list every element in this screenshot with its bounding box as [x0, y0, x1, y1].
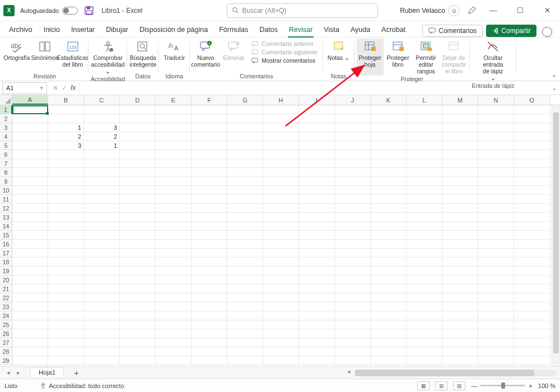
horizontal-scrollbar[interactable] — [355, 370, 557, 376]
cell[interactable] — [84, 302, 120, 311]
cell[interactable] — [371, 132, 407, 141]
cell[interactable] — [120, 302, 156, 311]
cell[interactable] — [371, 177, 407, 186]
cell[interactable] — [48, 168, 84, 177]
cell[interactable] — [192, 338, 227, 347]
cell[interactable] — [407, 284, 442, 293]
cell[interactable] — [371, 302, 407, 311]
cell[interactable] — [442, 159, 478, 168]
cell[interactable] — [478, 222, 514, 231]
cell[interactable] — [156, 105, 192, 114]
cell[interactable] — [514, 231, 550, 240]
cell[interactable] — [120, 141, 156, 150]
cell[interactable] — [478, 347, 514, 356]
cell[interactable] — [156, 114, 192, 123]
cell[interactable] — [478, 338, 514, 347]
cell[interactable] — [478, 231, 514, 240]
zoom-out-icon[interactable]: — — [471, 382, 477, 389]
cell[interactable] — [48, 338, 84, 347]
cell[interactable] — [407, 311, 442, 320]
cell[interactable] — [514, 168, 550, 177]
cell[interactable] — [120, 231, 156, 240]
cell[interactable] — [48, 195, 84, 204]
cell[interactable] — [335, 222, 371, 231]
cell[interactable] — [263, 329, 299, 338]
cell[interactable] — [335, 249, 371, 258]
cell[interactable] — [120, 338, 156, 347]
cell[interactable] — [120, 195, 156, 204]
cell[interactable] — [192, 329, 227, 338]
row-header[interactable]: 16 — [0, 240, 12, 249]
cell[interactable] — [12, 132, 48, 141]
cell[interactable] — [514, 347, 550, 356]
cell[interactable] — [84, 311, 120, 320]
row-header[interactable]: 20 — [0, 276, 12, 284]
cell[interactable] — [12, 258, 48, 267]
cell[interactable] — [263, 276, 299, 284]
cell[interactable] — [84, 231, 120, 240]
cell[interactable] — [12, 311, 48, 320]
cell[interactable] — [156, 159, 192, 168]
cell[interactable] — [335, 195, 371, 204]
cell[interactable] — [478, 204, 514, 213]
cell[interactable] — [371, 240, 407, 249]
cell[interactable] — [192, 168, 227, 177]
cell[interactable] — [371, 114, 407, 123]
cell[interactable] — [478, 356, 514, 365]
select-all-corner[interactable] — [0, 95, 12, 105]
cell[interactable] — [84, 284, 120, 293]
cell[interactable] — [227, 159, 263, 168]
cell[interactable] — [514, 320, 550, 329]
cell[interactable] — [371, 141, 407, 150]
cell[interactable] — [442, 329, 478, 338]
cell[interactable] — [12, 141, 48, 150]
cell[interactable] — [12, 114, 48, 123]
zoom-in-icon[interactable]: + — [529, 382, 532, 389]
cell[interactable] — [335, 168, 371, 177]
cell[interactable] — [478, 168, 514, 177]
cell[interactable] — [335, 347, 371, 356]
cell[interactable] — [514, 222, 550, 231]
cell[interactable] — [263, 231, 299, 240]
cell[interactable] — [407, 329, 442, 338]
cell[interactable] — [156, 249, 192, 258]
cell[interactable] — [299, 338, 335, 347]
cell[interactable] — [263, 320, 299, 329]
accessibility-status[interactable]: Accesibilidad: todo correcto — [40, 382, 124, 389]
cell[interactable] — [514, 141, 550, 150]
cell[interactable] — [335, 141, 371, 150]
cell[interactable] — [442, 213, 478, 222]
cell[interactable] — [12, 222, 48, 231]
cell[interactable] — [371, 311, 407, 320]
cell[interactable] — [227, 347, 263, 356]
cell[interactable] — [335, 338, 371, 347]
row-header[interactable]: 3 — [0, 123, 12, 132]
row-header[interactable]: 26 — [0, 329, 12, 338]
cell[interactable] — [478, 276, 514, 284]
cell[interactable] — [263, 141, 299, 150]
cell[interactable] — [12, 293, 48, 302]
cell[interactable]: 1 — [48, 123, 84, 132]
cell[interactable] — [12, 338, 48, 347]
cell[interactable] — [84, 276, 120, 284]
cell[interactable] — [120, 114, 156, 123]
cell[interactable] — [335, 302, 371, 311]
sheet-nav-next[interactable]: ▸ — [13, 369, 24, 376]
cell[interactable] — [192, 240, 227, 249]
row-header[interactable]: 13 — [0, 213, 12, 222]
cell[interactable] — [84, 195, 120, 204]
row-header[interactable]: 23 — [0, 302, 12, 311]
cell[interactable] — [227, 258, 263, 267]
cell[interactable] — [48, 267, 84, 276]
tab-acrobat[interactable]: Acrobat — [376, 22, 411, 37]
cell[interactable] — [299, 284, 335, 293]
cell[interactable] — [371, 267, 407, 276]
cell[interactable] — [84, 168, 120, 177]
cell[interactable] — [48, 311, 84, 320]
column-header[interactable]: F — [192, 95, 227, 105]
cell[interactable] — [120, 311, 156, 320]
cell[interactable] — [514, 311, 550, 320]
tab-dibujar[interactable]: Dibujar — [100, 22, 134, 37]
column-header[interactable]: A — [12, 95, 48, 105]
cell[interactable] — [335, 284, 371, 293]
